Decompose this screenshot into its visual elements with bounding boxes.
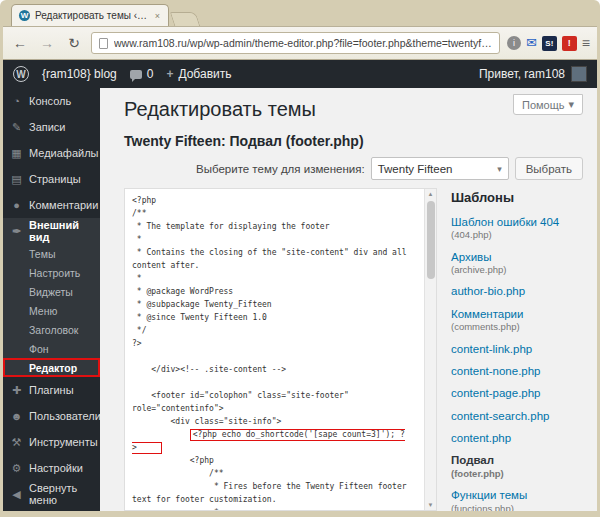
sidebar-item-label: Настройки — [29, 462, 83, 474]
template-link-content-search[interactable]: content-search.php — [451, 409, 583, 423]
extension-icons: i ✉ S! ! ≡ — [507, 36, 590, 51]
site-name-link[interactable]: {ram108} blog — [42, 67, 117, 81]
template-link-author-bio[interactable]: author-bio.php — [451, 284, 583, 298]
address-bar[interactable]: www.ram108.ru/wp/wp-admin/theme-editor.p… — [91, 32, 500, 54]
template-link-content-link[interactable]: content-link.php — [451, 342, 583, 356]
plugins-icon: ✚ — [10, 384, 23, 397]
tools-icon: ⚒ — [10, 436, 23, 449]
admin-sidebar: ◔ Консоль ✎ Записи ▦ Медиафайлы ▤ Страни… — [3, 88, 100, 511]
code-textarea[interactable]: <?php /** * The template for displaying … — [125, 189, 436, 511]
dashboard-icon: ◔ — [10, 95, 23, 107]
templates-panel: Шаблоны Шаблон ошибки 404 (404.php) Архи… — [451, 188, 583, 511]
mail-icon[interactable]: ✉ — [526, 36, 537, 50]
select-theme-label: Выберите тему для изменения: — [196, 163, 365, 175]
greeting-account-link[interactable]: Привет, ram108 — [479, 67, 565, 81]
sidebar-item-settings[interactable]: ⚙ Настройки — [3, 455, 100, 481]
template-link-content-page[interactable]: content-page.php — [451, 386, 583, 400]
code-after: <?php /** * Fires before the Twenty Fift… — [132, 456, 411, 511]
sidebar-item-pages[interactable]: ▤ Страницы — [3, 166, 100, 192]
submenu-item-customize[interactable]: Настроить — [3, 263, 100, 282]
comments-icon: ● — [10, 199, 23, 211]
chevron-down-icon: ▾ — [568, 98, 574, 111]
code-editor[interactable]: <?php /** * The template for displaying … — [124, 188, 437, 511]
sidebar-item-label: Записи — [29, 121, 66, 133]
sidebar-item-dashboard[interactable]: ◔ Консоль — [3, 88, 100, 114]
help-label: Помощь — [522, 99, 565, 111]
comment-bubble-icon — [130, 70, 142, 79]
help-button[interactable]: Помощь ▾ — [513, 94, 583, 115]
sidebar-item-collapse-menu[interactable]: ◀ Свернуть меню — [3, 481, 100, 507]
wordpress-favicon-icon: W — [19, 10, 30, 21]
sidebar-item-label: Консоль — [29, 95, 71, 107]
template-link-footer-current[interactable]: Подвал (footer.php) — [451, 453, 583, 480]
page-icon — [99, 38, 108, 49]
users-icon: ☻ — [10, 410, 23, 422]
code-before: <?php /** * The template for displaying … — [132, 196, 411, 439]
sape-extension-icon[interactable]: S! — [542, 36, 557, 51]
template-link-functions[interactable]: Функции темы (functions.php) — [451, 488, 583, 511]
code-scrollbar[interactable]: ▲ ▼ — [424, 189, 436, 510]
submenu-item-editor[interactable]: Редактор — [3, 358, 100, 377]
url-text[interactable]: www.ram108.ru/wp/wp-admin/theme-editor.p… — [114, 37, 492, 49]
theme-select[interactable]: Twenty Fifteen ▾ — [371, 157, 509, 180]
new-tab-button[interactable] — [170, 12, 201, 26]
editing-file-subtitle: Twenty Fifteen: Подвал (footer.php) — [124, 133, 583, 149]
collapse-icon: ◀ — [10, 488, 23, 501]
templates-list: Шаблон ошибки 404 (404.php) Архивы (arch… — [451, 215, 583, 511]
forward-button[interactable]: → — [37, 33, 57, 53]
red-extension-icon[interactable]: ! — [562, 36, 577, 51]
sidebar-item-label: Страницы — [29, 173, 81, 185]
sidebar-item-label: Комментарии — [29, 199, 98, 211]
sidebar-item-label: Пользователи — [29, 410, 100, 422]
choose-theme-button[interactable]: Выбрать — [515, 157, 583, 180]
tab-close-icon[interactable]: × — [154, 11, 161, 21]
templates-heading: Шаблоны — [451, 190, 583, 205]
sidebar-item-label: Плагины — [29, 384, 74, 396]
sidebar-item-media[interactable]: ▦ Медиафайлы — [3, 140, 100, 166]
scrollbar-thumb[interactable] — [427, 201, 435, 279]
template-link-archive[interactable]: Архивы (archive.php) — [451, 250, 583, 277]
plus-icon: + — [166, 67, 173, 81]
appearance-icon: ✒ — [10, 225, 23, 238]
select-caret-icon: ▾ — [497, 164, 502, 174]
sidebar-item-label: Медиафайлы — [29, 147, 98, 159]
sidebar-item-appearance[interactable]: ✒ Внешний вид — [3, 218, 100, 244]
pages-icon: ▤ — [10, 173, 23, 186]
template-link-content[interactable]: content.php — [451, 431, 583, 445]
scroll-down-icon[interactable]: ▼ — [425, 500, 436, 510]
sidebar-item-posts[interactable]: ✎ Записи — [3, 114, 100, 140]
template-link-404[interactable]: Шаблон ошибки 404 (404.php) — [451, 215, 583, 242]
browser-window: W Редактировать темы ‹ [ra × ← → ↻ www.r… — [0, 0, 600, 517]
scroll-up-icon[interactable]: ▲ — [425, 189, 436, 199]
sidebar-item-tools[interactable]: ⚒ Инструменты — [3, 429, 100, 455]
main-content: Редактировать темы Помощь ▾ Twenty Fifte… — [100, 88, 597, 511]
wp-admin-bar: W {ram108} blog 0 + Добавить Привет, ram… — [3, 60, 597, 88]
submenu-item-menus[interactable]: Меню — [3, 301, 100, 320]
back-button[interactable]: ← — [10, 33, 30, 53]
tab-strip: W Редактировать темы ‹ [ra × — [3, 0, 597, 26]
media-icon: ▦ — [10, 147, 23, 160]
settings-icon: ⚙ — [10, 462, 23, 475]
browser-tab[interactable]: W Редактировать темы ‹ [ra × — [11, 4, 169, 26]
template-link-comments[interactable]: Комментарии (comments.php) — [451, 307, 583, 334]
browser-toolbar: ← → ↻ www.ram108.ru/wp/wp-admin/theme-ed… — [3, 26, 597, 60]
browser-menu-icon[interactable]: ≡ — [582, 36, 590, 50]
wordpress-logo-icon[interactable]: W — [13, 66, 29, 82]
avatar[interactable] — [571, 66, 587, 82]
page-title: Редактировать темы — [124, 98, 316, 121]
sidebar-item-comments[interactable]: ● Комментарии — [3, 192, 100, 218]
tab-title: Редактировать темы ‹ [ra — [35, 10, 149, 21]
comments-shortcut[interactable]: 0 — [130, 67, 154, 81]
sidebar-item-plugins[interactable]: ✚ Плагины — [3, 377, 100, 403]
add-new-menu[interactable]: + Добавить — [166, 67, 231, 81]
add-new-label: Добавить — [178, 67, 231, 81]
info-icon[interactable]: i — [507, 36, 521, 50]
selected-theme-value: Twenty Fifteen — [378, 163, 453, 175]
submenu-item-background[interactable]: Фон — [3, 339, 100, 358]
submenu-item-widgets[interactable]: Виджеты — [3, 282, 100, 301]
submenu-item-themes[interactable]: Темы — [3, 244, 100, 263]
reload-button[interactable]: ↻ — [64, 33, 84, 53]
sidebar-item-users[interactable]: ☻ Пользователи — [3, 403, 100, 429]
submenu-item-header[interactable]: Заголовок — [3, 320, 100, 339]
template-link-content-none[interactable]: content-none.php — [451, 364, 583, 378]
